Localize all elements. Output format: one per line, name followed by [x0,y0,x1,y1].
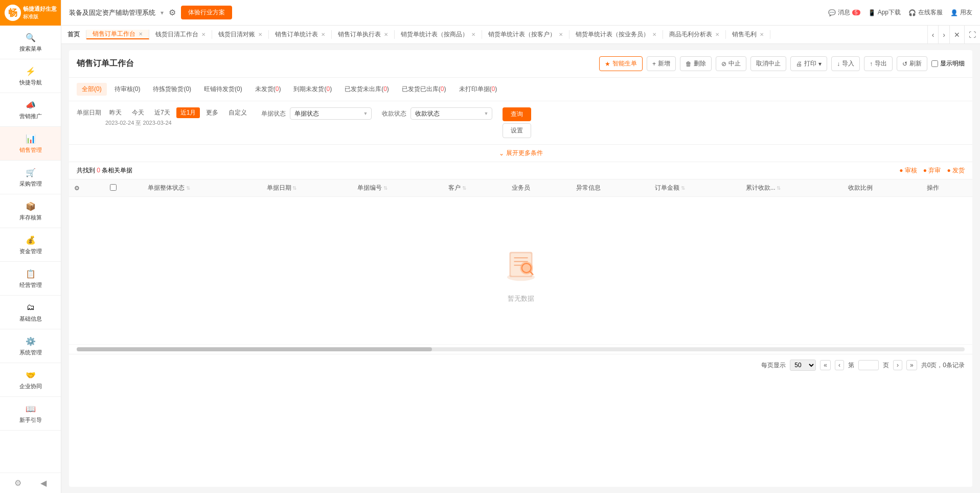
sidebar-item-marketing[interactable]: 📣 营销推广 [0,93,61,127]
tab-cash-reconcile[interactable]: 钱货日清对账✕ [212,30,269,39]
column-settings-icon[interactable]: ⚙ [74,185,80,192]
topbar-dropdown-icon[interactable]: ▾ [161,9,164,16]
stop-icon: ⊘ [721,60,726,68]
next-page-button[interactable]: › [893,360,902,370]
add-button[interactable]: + 新增 [647,56,676,71]
filter-tab-wangpu-ship[interactable]: 旺铺待发货(0) [199,83,247,96]
sidebar-item-inventory[interactable]: 📦 库存核算 [0,194,61,228]
filter-tab-all[interactable]: 全部(0) [77,83,107,96]
sidebar-item-operations[interactable]: 📋 经营管理 [0,262,61,296]
tab-close-sales-exec[interactable]: ✕ [384,32,388,37]
date-option-自定义[interactable]: 自定义 [224,107,251,118]
tab-sales-order-workbench[interactable]: 销售订单工作台✕ [86,30,149,39]
review-quick-action[interactable]: ● 审核 [899,166,917,175]
sidebar-item-purchase[interactable]: 🛒 采购管理 [0,161,61,194]
tab-close-cash-daily[interactable]: ✕ [201,32,206,37]
tab-maximize[interactable]: ⛶ [964,26,980,44]
col-amount[interactable]: 订单金额 [650,180,741,197]
tab-sales-stats[interactable]: 销售订单统计表✕ [269,30,332,39]
sidebar-item-basic-info[interactable]: 🗂 基础信息 [0,296,61,329]
tab-scroll-right[interactable]: › [938,26,949,44]
app-download-item[interactable]: 📱 App下载 [868,8,901,17]
date-option-近7天[interactable]: 近7天 [150,107,174,118]
smart-create-button[interactable]: ★ 智能生单 [599,56,643,71]
date-option-今天[interactable]: 今天 [128,107,148,118]
tab-gross-profit[interactable]: 商品毛利分析表✕ [663,30,726,39]
sidebar-item-finance[interactable]: 💰 资金管理 [0,228,61,262]
prev-page-button[interactable]: ‹ [835,360,844,370]
cancel-stop-button[interactable]: 取消中止 [750,56,786,71]
sidebar-item-system[interactable]: ⚙️ 系统管理 [0,329,61,363]
logo: 畅 畅捷通好生意 标准版 [0,0,61,26]
logo-text: 畅捷通好生意 标准版 [23,5,57,20]
message-item[interactable]: 💬 消息 5 [828,8,860,17]
date-option-昨天[interactable]: 昨天 [105,107,126,118]
filter-tab-pending-inspect[interactable]: 待拣货验货(0) [148,83,196,96]
col-customer[interactable]: 客户 [443,180,507,197]
select-all-checkbox[interactable] [110,184,117,191]
stop-button[interactable]: ⊘ 中止 [716,56,746,71]
tab-close-sales-by-product[interactable]: ✕ [471,32,475,37]
tab-cash-daily[interactable]: 钱货日清工作台✕ [149,30,212,39]
import-button[interactable]: ↓ 导入 [831,56,860,71]
expand-conditions-button[interactable]: ⌄ 展开更多条件 [495,147,547,160]
filter-tab-not-printed[interactable]: 未打印单据(0) [454,83,503,96]
unreviewed-quick-action[interactable]: ● 弃审 [923,166,941,175]
query-button[interactable]: 查询 [503,107,531,121]
system-title: 装备及固定资产辅助管理系统 [69,8,155,17]
settings-icon[interactable]: ⚙ [14,478,21,488]
tab-sales-by-staff[interactable]: 销货单统计表（按业务员）✕ [569,30,663,39]
print-button[interactable]: 🖨 打印 ▾ [790,56,827,71]
tab-close-sales-by-customer[interactable]: ✕ [559,32,563,37]
settings-button[interactable]: 设置 [503,123,531,138]
show-detail-toggle[interactable]: 显示明细 [931,59,965,68]
tab-sales-increase[interactable]: 销售毛利✕ [726,30,770,39]
industry-solution-button[interactable]: 体验行业方案 [181,6,232,19]
tab-scroll-left[interactable]: ‹ [927,26,939,44]
status-select[interactable]: 单据状态 [290,107,372,120]
date-option-更多[interactable]: 更多 [202,107,222,118]
filter-tab-shipped-warehoused[interactable]: 已发货已出库(0) [397,83,451,96]
collapse-icon[interactable]: ◀ [40,478,47,488]
sidebar-item-sales[interactable]: 📊 销售管理 [0,127,61,161]
filter-tab-pending-review[interactable]: 待审核(0) [109,83,146,96]
page-number-input[interactable]: 1 [858,360,879,370]
horizontal-scrollbar[interactable] [69,347,972,351]
sidebar-item-search[interactable]: 🔍 搜索菜单 [0,26,61,59]
tab-close-all[interactable]: ✕ [949,26,964,44]
sidebar-item-guide[interactable]: 📖 新手引导 [0,397,61,431]
topbar-settings-icon[interactable]: ⚙ [169,8,176,17]
tab-close-gross-profit[interactable]: ✕ [715,32,719,37]
filter-tab-overdue-not-shipped[interactable]: 到期未发货(0) [288,83,337,96]
col-date[interactable]: 单据日期 [262,180,353,197]
col-received[interactable]: 累计收款... [741,180,843,197]
delete-button[interactable]: 🗑 删除 [680,56,712,71]
payment-select[interactable]: 收款状态 [411,107,492,120]
tab-home[interactable]: 首页 [61,30,86,39]
last-page-button[interactable]: » [906,360,917,370]
col-status[interactable]: 单据整体状态 [143,180,261,197]
sidebar-item-enterprise[interactable]: 🤝 企业协同 [0,363,61,397]
tab-close-sales-by-staff[interactable]: ✕ [652,32,656,37]
tab-close-cash-reconcile[interactable]: ✕ [258,32,262,37]
tab-close-sales-order-workbench[interactable]: ✕ [139,31,143,37]
ship-quick-action[interactable]: ● 发货 [947,166,965,175]
online-service-item[interactable]: 🎧 在线客服 [908,8,943,17]
tab-sales-by-customer[interactable]: 销货单统计表（按客户）✕ [482,30,569,39]
first-page-button[interactable]: « [820,360,831,370]
show-detail-checkbox[interactable] [931,60,938,67]
filter-tab-shipped-not-warehoused[interactable]: 已发货未出库(0) [339,83,394,96]
sidebar-item-quick-nav[interactable]: ⚡ 快捷导航 [0,59,61,93]
refresh-button[interactable]: ↺ 刷新 [897,56,927,71]
export-button[interactable]: ↑ 导出 [864,56,893,71]
tab-close-sales-increase[interactable]: ✕ [760,32,764,37]
sidebar-label-purchase: 采购管理 [19,180,42,188]
tab-sales-by-product[interactable]: 销货单统计表（按商品）✕ [395,30,482,39]
tab-sales-exec[interactable]: 销售订单执行表✕ [332,30,395,39]
tab-close-sales-stats[interactable]: ✕ [321,32,325,37]
col-number[interactable]: 单据编号 [352,180,443,197]
per-page-select[interactable]: 102050100 [790,360,816,371]
user-item[interactable]: 👤 用友 [950,8,972,17]
filter-tab-not-shipped[interactable]: 未发货(0) [250,83,286,96]
date-option-近1月[interactable]: 近1月 [176,107,200,118]
